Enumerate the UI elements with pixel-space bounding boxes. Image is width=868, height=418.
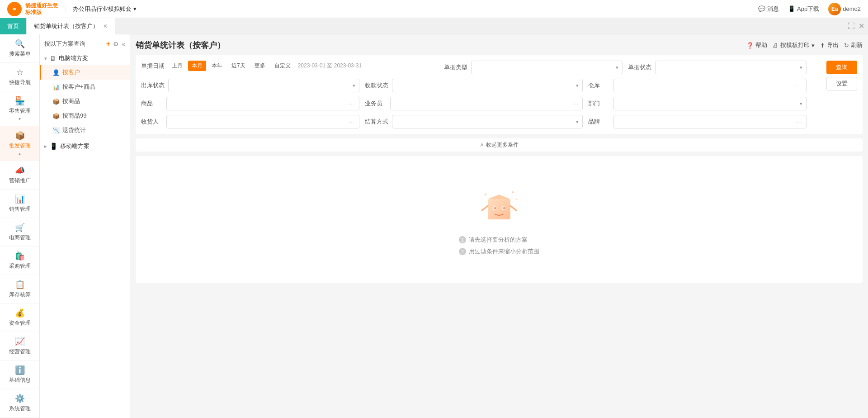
refresh-button[interactable]: ↻ 刷新 bbox=[844, 41, 863, 49]
sidebar-item-search-menu[interactable]: 🔍 搜索菜单 bbox=[0, 34, 39, 63]
nav-group-mobile: ▸ 📱 移动端方案 bbox=[40, 139, 130, 153]
sidebar-item-ecommerce[interactable]: 🛒 电商管理 bbox=[0, 218, 39, 247]
sales-icon: 📊 bbox=[15, 194, 25, 204]
sidebar-item-marketing[interactable]: 📣 营销推广 bbox=[0, 161, 39, 190]
settings-scheme-button[interactable]: ⚙ bbox=[113, 40, 119, 48]
page-header: 销货单统计表（按客户） ❓ 帮助 🖨 按模板打印 ▾ ⬆ 导出 bbox=[136, 40, 863, 51]
salesperson-input[interactable]: ··· bbox=[390, 97, 583, 110]
date-btn-prev-month[interactable]: 上月 bbox=[168, 61, 186, 71]
date-range-display: 2023-03-01 至 2023-03-31 bbox=[298, 62, 362, 70]
svg-point-8 bbox=[485, 194, 486, 195]
brand-input[interactable]: ··· bbox=[613, 115, 807, 128]
main-layout: 🔍 搜索菜单 ☆ 快捷导航 🏪 零售管理 ▾ 📦 批发管理 ▴ 📣 营销推广 📊… bbox=[0, 34, 868, 418]
app-selector[interactable]: 办公用品行业模拟账套 ▾ bbox=[65, 5, 137, 13]
logo-area: 畅捷通好生意 标准版 办公用品行业模拟账套 ▾ bbox=[7, 2, 137, 16]
date-btn-custom[interactable]: 自定义 bbox=[271, 61, 294, 71]
search-icon: 🔍 bbox=[15, 39, 25, 49]
sidebar-item-wholesale[interactable]: 📦 批发管理 ▴ bbox=[0, 126, 39, 161]
filter-wrapper: 单据日期 上月 本月 本年 近7天 更多 自定义 2023-03-01 至 20… bbox=[136, 55, 863, 134]
sidebar-item-quick-nav[interactable]: ☆ 快捷导航 bbox=[0, 63, 39, 91]
warehouse-cell: 仓库 ··· bbox=[588, 79, 807, 92]
tab-sales-stat[interactable]: 销货单统计表（按客户） ✕ bbox=[27, 18, 115, 34]
filter-panel: 单据日期 上月 本月 本年 近7天 更多 自定义 2023-03-01 至 20… bbox=[136, 55, 863, 134]
refresh-icon: ↻ bbox=[844, 42, 849, 49]
out-status-select[interactable]: ▾ bbox=[168, 79, 359, 92]
app-download-button[interactable]: 📱 App下载 bbox=[788, 5, 819, 13]
sidebar-retail-label: 零售管理 bbox=[9, 107, 31, 115]
left-nav-actions: + ⚙ « bbox=[106, 40, 125, 48]
chevron-down-icon: ▾ bbox=[133, 5, 137, 12]
salesperson-label: 业务员 bbox=[365, 100, 387, 108]
chevron-right-icon: ▾ bbox=[19, 116, 21, 121]
export-button[interactable]: ⬆ 导出 bbox=[820, 41, 839, 49]
settlement-label: 结算方式 bbox=[365, 118, 388, 126]
nav-item-by-goods-99[interactable]: 📦 按商品99 bbox=[40, 109, 130, 123]
collapse-panel-button[interactable]: « bbox=[122, 40, 125, 48]
settlement-select[interactable]: ▾ bbox=[392, 115, 583, 128]
nav-item-by-goods[interactable]: 📦 按商品 bbox=[40, 94, 130, 109]
status-select[interactable]: ▾ bbox=[655, 61, 807, 74]
salesperson-dots-icon: ··· bbox=[572, 100, 579, 107]
nav-item-by-customer-goods[interactable]: 📊 按客户+商品 bbox=[40, 80, 130, 94]
goods99-icon: 📦 bbox=[52, 113, 60, 119]
date-btn-more[interactable]: 更多 bbox=[251, 61, 269, 71]
nav-item-by-customer[interactable]: 👤 按客户 bbox=[40, 65, 130, 80]
type-filter-cell: 单据类型 ▾ bbox=[444, 61, 623, 74]
print-button[interactable]: 🖨 按模板打印 ▾ bbox=[773, 41, 815, 49]
sidebar-item-purchase[interactable]: 🛍️ 采购管理 bbox=[0, 247, 39, 275]
help-button[interactable]: ❓ 帮助 bbox=[746, 41, 767, 49]
left-nav: 按以下方案查询 + ⚙ « ▾ 🖥 电脑端方案 👤 按客户 bbox=[40, 34, 130, 418]
type-select[interactable]: ▾ bbox=[471, 61, 623, 74]
receiver-cell: 收货人 ··· bbox=[141, 115, 359, 128]
purchase-icon: 🛍️ bbox=[15, 251, 25, 261]
page-actions: ❓ 帮助 🖨 按模板打印 ▾ ⬆ 导出 ↻ 刷新 bbox=[746, 41, 863, 49]
left-nav-header: 按以下方案查询 + ⚙ « bbox=[40, 38, 130, 52]
svg-line-6 bbox=[482, 206, 488, 210]
collapse-bar-button[interactable]: ∧ 收起更多条件 bbox=[136, 138, 863, 152]
department-select[interactable]: ▾ bbox=[613, 97, 807, 110]
retail-icon: 🏪 bbox=[15, 96, 25, 106]
sidebar-item-system[interactable]: ⚙️ 系统管理 bbox=[0, 389, 39, 418]
sidebar-item-inventory[interactable]: 📋 库存核算 bbox=[0, 275, 39, 304]
close-window-icon[interactable]: ✕ bbox=[859, 22, 864, 30]
sidebar-item-operations[interactable]: 📈 经营管理 bbox=[0, 332, 39, 361]
sidebar-item-finance[interactable]: 💰 资金管理 bbox=[0, 304, 39, 332]
tip-text-2: 用过滤条件来缩小分析范围 bbox=[469, 247, 539, 256]
brand-dots-icon: ··· bbox=[796, 118, 802, 125]
brand-cell: 品牌 ··· bbox=[588, 115, 807, 128]
maximize-window-icon[interactable]: ⛶ bbox=[848, 22, 855, 30]
date-btn-this-year[interactable]: 本年 bbox=[208, 61, 226, 71]
receipt-status-select[interactable]: ▾ bbox=[392, 79, 583, 92]
nav-group-mobile-header[interactable]: ▸ 📱 移动端方案 bbox=[40, 139, 130, 153]
message-button[interactable]: 💬 消息 bbox=[758, 5, 779, 13]
filter-row-3: 商品 ··· 业务员 ··· bbox=[141, 97, 857, 110]
download-icon: 📱 bbox=[788, 5, 795, 12]
add-scheme-button[interactable]: + bbox=[106, 40, 110, 48]
page-title: 销货单统计表（按客户） bbox=[136, 40, 225, 51]
sidebar: 🔍 搜索菜单 ☆ 快捷导航 🏪 零售管理 ▾ 📦 批发管理 ▴ 📣 营销推广 📊… bbox=[0, 34, 40, 418]
tab-close-icon[interactable]: ✕ bbox=[103, 23, 108, 29]
date-btn-7days[interactable]: 近7天 bbox=[228, 61, 249, 71]
user-menu-button[interactable]: Ea demo2 bbox=[828, 3, 861, 15]
sidebar-item-basic-info[interactable]: ℹ️ 基础信息 bbox=[0, 361, 39, 389]
marketing-icon: 📣 bbox=[15, 166, 25, 176]
date-btn-this-month[interactable]: 本月 bbox=[188, 61, 206, 71]
goods-icon: 📦 bbox=[52, 98, 60, 105]
sidebar-item-retail[interactable]: 🏪 零售管理 ▾ bbox=[0, 91, 39, 126]
settings-button[interactable]: 设置 bbox=[826, 77, 857, 90]
salesperson-cell: 业务员 ··· bbox=[365, 97, 583, 110]
tab-bar: 首页 销货单统计表（按客户） ✕ ⛶ ✕ bbox=[0, 18, 868, 34]
nav-item-return-stats[interactable]: 📉 退货统计 bbox=[40, 123, 130, 138]
goods-input[interactable]: ··· bbox=[166, 97, 359, 110]
collapse-bar-label: ∧ 收起更多条件 bbox=[480, 142, 518, 148]
folder-icon: 🖥 bbox=[50, 55, 56, 62]
warehouse-input[interactable]: ··· bbox=[613, 79, 807, 92]
sidebar-item-sales[interactable]: 📊 销售管理 bbox=[0, 190, 39, 218]
nav-group-desktop-header[interactable]: ▾ 🖥 电脑端方案 bbox=[40, 52, 130, 65]
mobile-folder-icon: 📱 bbox=[50, 142, 57, 150]
receiver-input[interactable]: ··· bbox=[166, 115, 359, 128]
ecommerce-icon: 🛒 bbox=[15, 223, 25, 233]
query-button[interactable]: 查询 bbox=[826, 61, 857, 74]
home-tab-label: 首页 bbox=[7, 22, 19, 30]
tab-home[interactable]: 首页 bbox=[0, 18, 27, 34]
